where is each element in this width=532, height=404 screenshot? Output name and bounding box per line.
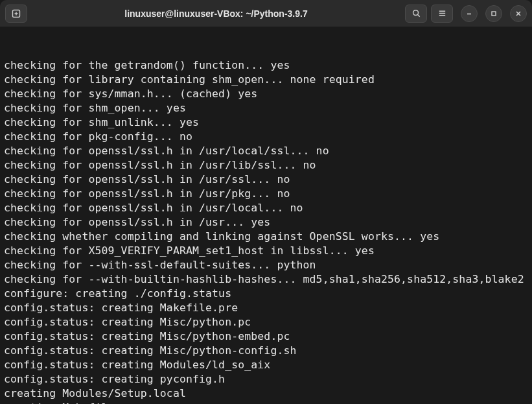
new-tab-button[interactable] <box>5 5 27 23</box>
terminal-output[interactable]: checking for the getrandom() function...… <box>0 27 532 404</box>
terminal-line: checking for --with-ssl-default-suites..… <box>4 258 528 272</box>
terminal-line: config.status: creating Misc/python.pc <box>4 315 528 329</box>
terminal-line: config.status: creating Makefile.pre <box>4 301 528 315</box>
terminal-lines: checking for the getrandom() function...… <box>4 58 528 404</box>
terminal-line: configure: creating ./config.status <box>4 287 528 301</box>
terminal-line: checking for pkg-config... no <box>4 130 528 144</box>
svg-point-3 <box>413 10 418 16</box>
terminal-line: checking for shm_open... yes <box>4 101 528 115</box>
terminal-line: checking for openssl/ssl.h in /usr/local… <box>4 201 528 215</box>
titlebar: linuxuser@linuxuser-VBox: ~/Python-3.9.7 <box>0 0 532 27</box>
terminal-line: config.status: creating Modules/ld_so_ai… <box>4 358 528 372</box>
window-title: linuxuser@linuxuser-VBox: ~/Python-3.9.7 <box>31 8 401 19</box>
close-button[interactable] <box>510 5 527 22</box>
terminal-line: config.status: creating Misc/python-embe… <box>4 329 528 344</box>
menu-button[interactable] <box>431 5 453 23</box>
terminal-line: creating Makefile <box>4 401 528 404</box>
terminal-line: checking for openssl/ssl.h in /usr/lib/s… <box>4 158 528 172</box>
maximize-icon <box>490 10 498 18</box>
terminal-line: config.status: creating Misc/python-conf… <box>4 344 528 358</box>
terminal-line: checking for library containing shm_open… <box>4 73 528 87</box>
svg-line-4 <box>417 15 419 17</box>
terminal-line: checking for openssl/ssl.h in /usr... ye… <box>4 215 528 230</box>
terminal-line: checking for --with-builtin-hashlib-hash… <box>4 272 528 287</box>
terminal-line: checking for shm_unlink... yes <box>4 115 528 130</box>
new-tab-icon <box>11 8 21 19</box>
terminal-line: config.status: creating pyconfig.h <box>4 372 528 386</box>
terminal-line: checking for sys/mman.h... (cached) yes <box>4 87 528 101</box>
search-button[interactable] <box>405 5 427 23</box>
svg-rect-9 <box>492 12 496 16</box>
hamburger-icon <box>437 8 447 18</box>
terminal-line: checking for openssl/ssl.h in /usr/ssl..… <box>4 172 528 187</box>
terminal-line: checking for openssl/ssl.h in /usr/local… <box>4 144 528 158</box>
maximize-button[interactable] <box>485 5 502 22</box>
terminal-line: checking for the getrandom() function...… <box>4 58 528 73</box>
terminal-line: checking for openssl/ssl.h in /usr/pkg..… <box>4 187 528 201</box>
minimize-button[interactable] <box>461 5 478 22</box>
search-icon <box>411 8 421 18</box>
terminal-line: checking for X509_VERIFY_PARAM_set1_host… <box>4 244 528 258</box>
terminal-line: creating Modules/Setup.local <box>4 386 528 401</box>
terminal-line: checking whether compiling and linking a… <box>4 230 528 244</box>
minimize-icon <box>465 10 473 18</box>
close-icon <box>515 10 522 18</box>
